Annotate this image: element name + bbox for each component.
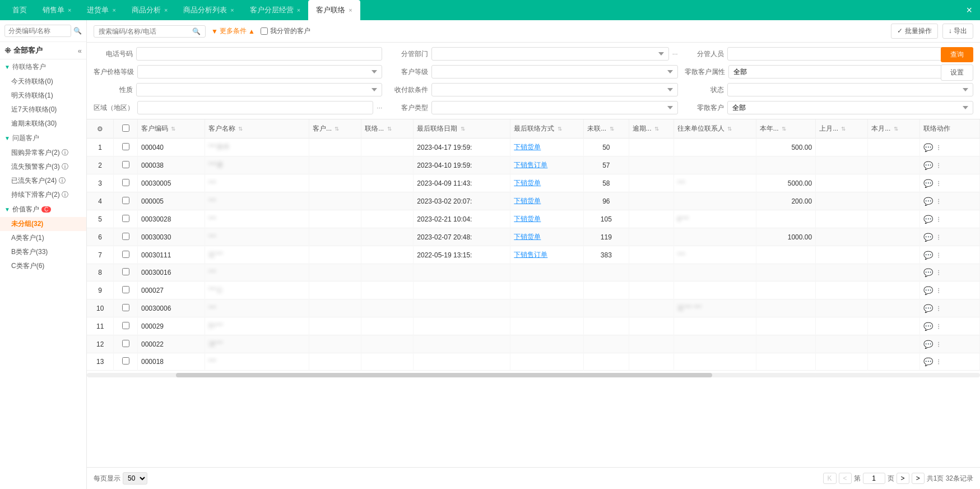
my-customers-checkbox[interactable]: 我分管的客户 [261,26,310,36]
td-name[interactable]: 淡*** [205,335,309,353]
select-dept[interactable] [431,47,668,61]
td-last-method[interactable] [510,282,584,299]
th-no-contact[interactable]: 未联... ⇅ [584,119,629,139]
close-icon[interactable]: × [349,7,352,13]
message-icon[interactable]: 💬 [923,286,933,295]
select-payment[interactable] [431,83,677,96]
td-last-method[interactable]: 下销货单 [510,210,584,228]
qr-icon[interactable]: ⁝ [937,233,940,242]
qr-icon[interactable]: ⁝ [937,322,940,331]
td-last-method[interactable] [510,335,584,353]
th-settings[interactable]: ⚙ [87,119,114,139]
td-name[interactable]: *** [205,174,309,192]
close-icon[interactable]: × [297,7,300,13]
tab-sales[interactable]: 销售单 × [35,0,79,20]
td-last-method[interactable]: 下销售订单 [510,156,584,174]
sidebar-item-7days[interactable]: 近7天待联络(0) [0,103,86,117]
td-check[interactable] [114,299,138,317]
sidebar-item-abnormal[interactable]: 囤购异常客户(2) ⓘ [0,146,86,160]
select-status[interactable] [727,83,973,96]
filter-search-input[interactable] [99,27,192,35]
td-check[interactable] [114,139,138,156]
tab-home[interactable]: 首页 [4,0,35,20]
sidebar-item-class-c[interactable]: C类客户(6) [0,259,86,273]
qr-icon[interactable]: ⁝ [937,340,940,349]
input-person[interactable] [727,47,964,61]
collapse-icon[interactable]: « [78,47,82,55]
td-name[interactable]: ***请 [205,156,309,174]
sidebar-item-tomorrow[interactable]: 明天待联络(1) [0,89,86,103]
qr-icon[interactable]: ⁝ [937,357,940,366]
td-name[interactable]: 近*** [205,246,309,264]
first-page-btn[interactable]: K [823,473,837,484]
td-check[interactable] [114,228,138,246]
h-scrollbar[interactable] [87,373,980,377]
select-nature[interactable] [136,83,382,96]
td-check[interactable] [114,192,138,210]
qr-icon[interactable]: ⁝ [937,161,940,170]
sidebar-all-customers[interactable]: ⁜ 全部客户 « [0,42,86,59]
message-icon[interactable]: 💬 [923,322,933,331]
filter-search-icon[interactable]: 🔍 [192,27,201,35]
select-all-checkbox[interactable] [122,124,129,132]
qr-icon[interactable]: ⁝ [937,304,940,313]
th-name[interactable]: 客户名称 ⇅ [205,119,309,139]
page-input[interactable] [863,473,885,484]
message-icon[interactable]: 💬 [923,304,933,313]
sidebar-item-overdue[interactable]: 逾期未联络(30) [0,117,86,131]
sidebar-search-icon[interactable]: 🔍 [73,27,82,35]
last-page-btn[interactable]: > [912,473,925,484]
sidebar-item-class-a[interactable]: A类客户(1) [0,231,86,245]
close-icon[interactable]: × [230,7,234,13]
td-check[interactable] [114,246,138,264]
qr-icon[interactable]: ⁝ [937,143,940,152]
page-size-select[interactable]: 50 [123,472,147,485]
message-icon[interactable]: 💬 [923,268,933,277]
dots-icon[interactable]: ··· [377,104,382,112]
td-last-method[interactable]: 下销售订单 [510,246,584,264]
next-page-btn[interactable]: > [897,473,909,484]
td-last-method[interactable] [510,264,584,282]
td-check[interactable] [114,335,138,353]
input-region[interactable] [137,101,373,114]
sidebar-item-today[interactable]: 今天待联络(0) [0,75,86,89]
tab-purchase[interactable]: 进货单 × [79,0,123,20]
window-close-icon[interactable]: × [963,4,976,16]
sidebar-group-pending[interactable]: ▼ 待联络客户 [0,59,86,75]
tab-product-list[interactable]: 商品分析列表 × [175,0,241,20]
batch-operation-btn[interactable]: ✓ 批量操作 [891,24,937,39]
close-icon[interactable]: × [112,7,115,13]
dots-icon[interactable]: ··· [672,50,678,58]
sidebar-search-input[interactable] [4,25,71,37]
th-type[interactable]: 客户... ⇅ [309,119,361,139]
export-btn[interactable]: ↓ 导出 [942,24,973,39]
td-name[interactable]: *** [205,264,309,282]
message-icon[interactable]: 💬 [923,143,933,152]
filter-more-btn[interactable]: ▼ 更多条件 ▲ [211,26,255,36]
th-this-month[interactable]: 本月... ⇅ [868,119,920,139]
table-container[interactable]: ⚙ 客户编码 ⇅ 客户名称 ⇅ 客户... ⇅ [87,119,980,467]
message-icon[interactable]: 💬 [923,161,933,170]
td-last-method[interactable]: 下销货单 [510,139,584,156]
select-customer-level[interactable] [431,65,677,79]
td-check[interactable] [114,210,138,228]
qr-icon[interactable]: ⁝ [937,179,940,188]
message-icon[interactable]: 💬 [923,215,933,224]
th-last-method[interactable]: 最后联络方式 ⇅ [510,119,584,139]
qr-icon[interactable]: ⁝ [937,251,940,260]
td-check[interactable] [114,317,138,335]
tab-customer-tier[interactable]: 客户分层经营 × [242,0,308,20]
input-phone[interactable] [136,47,382,61]
close-icon[interactable]: × [68,7,71,13]
td-name[interactable]: ***公 [205,282,309,299]
sidebar-group-value[interactable]: ▼ 价值客户 C [0,202,86,217]
select-price-level[interactable] [137,65,382,79]
th-code[interactable]: 客户编码 ⇅ [137,119,205,139]
select-retail[interactable]: 全部 [727,101,973,114]
td-last-method[interactable] [510,317,584,335]
select-retail-attr[interactable]: 全部 [728,65,973,79]
qr-icon[interactable]: ⁝ [937,215,940,224]
sidebar-item-ungroup[interactable]: 未分组(32) [0,217,86,231]
my-customers-check[interactable] [261,27,268,35]
th-this-year[interactable]: 本年... ⇅ [756,119,815,139]
